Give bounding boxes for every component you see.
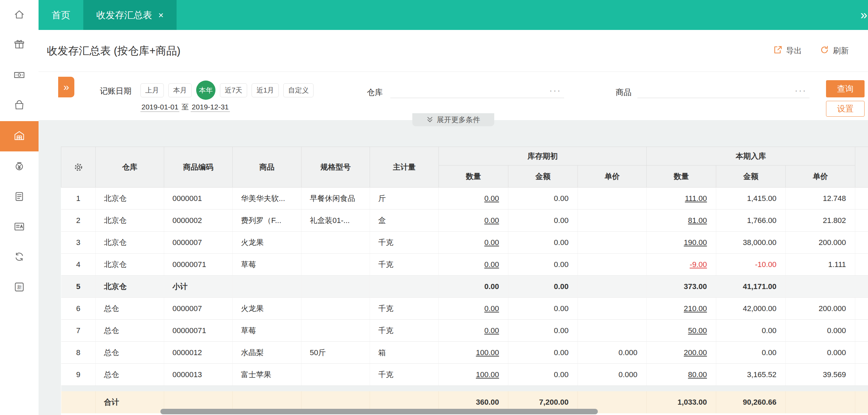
cell-in-qty-link[interactable]: 81.00 — [688, 216, 707, 225]
cell-begin-price — [578, 210, 647, 232]
cell-in-amount: 0.00 — [716, 342, 786, 364]
cell-begin-qty-link[interactable]: 0.00 — [484, 238, 499, 247]
warehouse-icon — [13, 129, 26, 143]
cell-warehouse: 北京仓 — [96, 210, 164, 232]
export-button[interactable]: 导出 — [773, 45, 802, 57]
refresh-button[interactable]: 刷新 — [820, 45, 849, 57]
gift-icon — [13, 38, 26, 53]
cell-in-qty-link[interactable]: 50.00 — [688, 326, 707, 335]
cell-spec: 早餐休闲食品 — [301, 188, 370, 210]
col-header-extra — [855, 147, 868, 188]
cell-begin-qty-link[interactable]: 100.00 — [476, 348, 499, 357]
col-header-in-qty: 数量 — [647, 166, 716, 188]
pill-last-7-days[interactable]: 近7天 — [220, 83, 247, 97]
sidebar-item-bag[interactable] — [0, 91, 39, 121]
cell-warehouse: 总仓 — [96, 298, 164, 320]
date-end-input[interactable]: 2019-12-31 — [191, 103, 230, 112]
cell-in-qty: 80.00 — [647, 364, 716, 386]
sidebar-item-gift[interactable] — [0, 30, 39, 61]
cell-in-qty: 373.00 — [647, 276, 716, 298]
cell-begin-qty-link[interactable]: 0.00 — [484, 326, 499, 335]
title-actions: 导出 刷新 — [773, 45, 849, 57]
warehouse-input[interactable]: ··· — [390, 82, 564, 98]
cell-begin-amount: 0.00 — [508, 188, 578, 210]
cell-begin-qty-link[interactable]: 0.00 — [484, 216, 499, 225]
page-title: 收发存汇总表 (按仓库+商品) — [47, 44, 180, 58]
tab-close-icon[interactable]: × — [158, 11, 163, 20]
date-start-input[interactable]: 2019-01-01 — [140, 103, 179, 112]
cell-begin-qty-link[interactable]: 0.00 — [484, 260, 499, 269]
cell-product: 火龙果 — [233, 232, 301, 254]
cell-in-qty-link[interactable]: -9.00 — [690, 260, 707, 269]
cell-begin-amount: 0.00 — [508, 320, 578, 342]
refresh-label: 刷新 — [833, 45, 849, 56]
product-input[interactable]: ··· — [637, 82, 809, 98]
cell-begin-price — [578, 320, 647, 342]
product-filter-label: 商品 — [616, 87, 632, 98]
col-header-begin-price: 单价 — [578, 166, 647, 188]
tab-home[interactable]: 首页 — [39, 0, 83, 30]
sidebar-item-sync[interactable] — [0, 242, 39, 273]
pill-last-month[interactable]: 上月 — [140, 83, 164, 97]
tab-summary-label: 收发存汇总表 — [96, 9, 152, 21]
cell-product: 水晶梨 — [233, 342, 301, 364]
cell-in-qty-link[interactable]: 210.00 — [684, 304, 707, 313]
pill-this-month[interactable]: 本月 — [168, 83, 192, 97]
sidebar-item-clipboard[interactable] — [0, 182, 39, 212]
cell-begin-qty-link[interactable]: 100.00 — [476, 370, 499, 379]
group-header-inbound: 本期入库 — [647, 147, 855, 166]
cell-begin-qty: 0.00 — [439, 254, 508, 276]
pill-this-year-selected[interactable]: 本年 — [196, 81, 215, 100]
cell-in-qty-link[interactable]: 111.00 — [685, 194, 707, 203]
cell-unit: 千克 — [370, 254, 439, 276]
cell-begin-amount: 0.00 — [508, 276, 578, 298]
sidebar-item-money[interactable] — [0, 151, 39, 182]
cell-begin-amount: 0.00 — [508, 210, 578, 232]
cell-in-price: 200.000 — [786, 298, 855, 320]
sidebar-item-warehouse[interactable] — [0, 121, 39, 151]
expand-more-conditions-button[interactable]: 展开更多条件 — [412, 113, 494, 126]
date-range-separator: 至 — [181, 103, 189, 111]
bag-icon — [13, 99, 26, 113]
sidebar-item-new[interactable]: 新 — [0, 273, 39, 303]
sidebar-item-home[interactable] — [0, 0, 39, 30]
cell-in-qty-link[interactable]: 190.00 — [684, 238, 707, 247]
date-quick-options: 上月 本月 本年 近7天 近1月 自定义 — [140, 80, 314, 100]
cell-in-price — [786, 276, 855, 298]
cell-in-qty-link[interactable]: 80.00 — [688, 370, 707, 379]
collapse-flag-icon[interactable]: » — [58, 77, 74, 97]
column-settings-gear-icon[interactable] — [61, 147, 96, 188]
cell-begin-qty-link[interactable]: 0.00 — [484, 194, 499, 203]
horizontal-scrollbar-thumb[interactable] — [160, 409, 598, 414]
sidebar-item-document[interactable] — [0, 212, 39, 242]
cell-begin-qty-link[interactable]: 0.00 — [484, 304, 499, 313]
tabbar-overflow-icon[interactable]: » — [860, 8, 867, 22]
cell-in-amount: 41,171.00 — [716, 276, 786, 298]
settings-button[interactable]: 设置 — [826, 101, 865, 117]
cell-in-qty: 190.00 — [647, 232, 716, 254]
col-header-code: 商品编码 — [164, 147, 233, 188]
cell-extra — [855, 188, 868, 210]
cell-product — [233, 276, 301, 298]
query-button[interactable]: 查询 — [826, 80, 865, 97]
cell-begin-qty: 0.00 — [439, 188, 508, 210]
table-row: 2北京仓0000002费列罗（F...礼盒装01-...盒0.000.0081.… — [61, 210, 868, 232]
pill-custom[interactable]: 自定义 — [283, 83, 314, 97]
top-tab-bar: 首页 收发存汇总表 × » — [39, 0, 868, 30]
row-index: 1 — [61, 188, 96, 210]
table-row: 4北京仓00000071草莓千克0.000.00-9.00-10.001.111 — [61, 254, 868, 276]
row-index: 2 — [61, 210, 96, 232]
pill-last-1-month[interactable]: 近1月 — [252, 83, 279, 97]
row-index: 4 — [61, 254, 96, 276]
warehouse-picker-icon[interactable]: ··· — [549, 86, 561, 95]
cell-code: 小计 — [164, 276, 233, 298]
date-range: 2019-01-01 至 2019-12-31 — [140, 102, 230, 112]
product-picker-icon[interactable]: ··· — [795, 86, 807, 95]
tab-summary[interactable]: 收发存汇总表 × — [83, 0, 177, 30]
cell-extra — [855, 254, 868, 276]
horizontal-scrollbar-track[interactable] — [61, 409, 866, 414]
tab-home-label: 首页 — [52, 9, 70, 21]
sidebar-item-transfer[interactable] — [0, 61, 39, 91]
cell-in-qty-link[interactable]: 200.00 — [684, 348, 707, 357]
row-index: 3 — [61, 232, 96, 254]
